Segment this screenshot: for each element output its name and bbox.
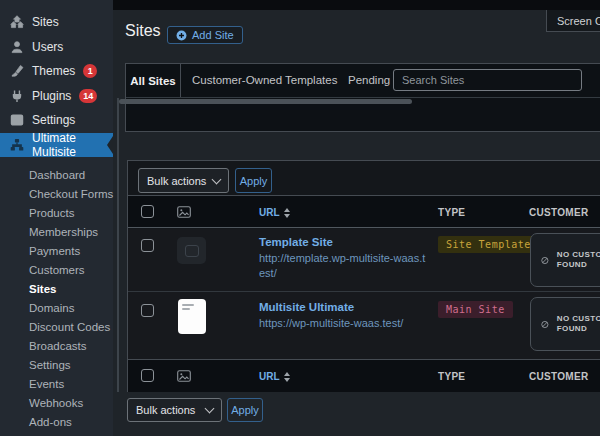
submenu-item-domains[interactable]: Domains (0, 299, 113, 318)
apply-button[interactable]: Apply (235, 168, 272, 193)
submenu-item-dashboard[interactable]: Dashboard (0, 166, 113, 185)
themes-update-badge: 1 (83, 64, 97, 78)
sidebar-item-settings[interactable]: Settings (0, 108, 113, 133)
table-row: Template Site http://template.wp-multisi… (128, 229, 600, 292)
apply-button[interactable]: Apply (227, 398, 263, 422)
multisite-icon (10, 15, 24, 29)
plug-icon (10, 89, 24, 103)
bulk-actions-label: Bulk actions (136, 404, 195, 416)
submenu-item-webhooks[interactable]: Webhooks (0, 394, 113, 413)
vertical-scrollbar[interactable] (117, 98, 119, 392)
add-site-button[interactable]: Add Site (167, 26, 243, 44)
tab-pending[interactable]: Pending (348, 64, 390, 97)
settings-icon (10, 113, 24, 127)
bulk-actions-select[interactable]: Bulk actions (127, 398, 222, 422)
select-all-checkbox[interactable] (141, 205, 154, 218)
sidebar-item-label: Plugins (32, 89, 71, 103)
sidebar-item-label: Themes (32, 64, 75, 78)
submenu-item-checkout-forms[interactable]: Checkout Forms (0, 185, 113, 204)
tab-all-sites[interactable]: All Sites (126, 64, 181, 97)
sidebar-item-plugins[interactable]: Plugins 14 (0, 84, 113, 109)
sidebar-submenu: Dashboard Checkout Forms Products Member… (0, 166, 113, 432)
site-name-link[interactable]: Template Site (259, 236, 333, 248)
tab-customer-owned[interactable]: Customer-Owned (192, 64, 282, 97)
no-customer-text: NO CUSTOMER FOUND (557, 250, 600, 271)
sidebar-item-label: Users (32, 40, 63, 54)
no-customer-box: NO CUSTOMER FOUND (530, 297, 600, 351)
current-menu-arrow (107, 136, 113, 154)
site-thumbnail[interactable] (177, 237, 206, 264)
submenu-item-products[interactable]: Products (0, 204, 113, 223)
sites-list-table: Bulk actions Apply URL TYPE CUSTOMER Tem… (127, 160, 600, 392)
site-type-badge: Site Template (438, 236, 539, 253)
add-site-label: Add Site (192, 29, 234, 41)
bulk-actions-select[interactable]: Bulk actions (138, 168, 229, 193)
tab-templates[interactable]: Templates (285, 64, 337, 97)
screen-options-button[interactable]: Screen Options (546, 10, 600, 32)
type-header-label: TYPE (438, 371, 465, 382)
url-sort-header[interactable]: URL (259, 207, 290, 218)
submenu-item-discount-codes[interactable]: Discount Codes (0, 318, 113, 337)
sidebar-item-label: Ultimate Multisite (32, 131, 113, 159)
select-all-checkbox[interactable] (141, 369, 154, 382)
admin-sidebar: Sites Users Themes 1 Plugins 14 (0, 0, 113, 436)
brush-icon (10, 64, 24, 78)
horizontal-scrollbar[interactable] (119, 99, 412, 104)
url-sort-header[interactable]: URL (259, 371, 290, 382)
url-header-label: URL (259, 371, 280, 382)
media-column-icon (177, 206, 191, 218)
network-icon (10, 138, 24, 152)
wordpress-admin-screen: Screen Options Sites Users Themes (0, 0, 600, 436)
sort-arrows-icon (284, 372, 290, 382)
users-icon (10, 40, 24, 54)
sidebar-item-ultimate-multisite[interactable]: Ultimate Multisite (0, 133, 113, 158)
submenu-item-broadcasts[interactable]: Broadcasts (0, 337, 113, 356)
plugins-update-badge: 14 (79, 89, 97, 103)
sidebar-item-sites[interactable]: Sites (0, 10, 113, 35)
no-entry-icon (541, 316, 549, 333)
media-column-icon (177, 370, 191, 382)
url-header-label: URL (259, 207, 280, 218)
customer-header-label: CUSTOMER (529, 371, 588, 382)
submenu-item-add-ons[interactable]: Add-ons (0, 413, 113, 432)
chevron-down-icon (205, 404, 215, 414)
sidebar-item-label: Settings (32, 113, 75, 127)
site-name-link[interactable]: Multisite Ultimate (259, 301, 354, 313)
table-row: Multisite Ultimate https://wp-multisite-… (128, 292, 600, 359)
page-title: Sites (125, 22, 161, 40)
sidebar-item-users[interactable]: Users (0, 35, 113, 60)
sort-arrows-icon (284, 208, 290, 218)
search-sites-input[interactable] (393, 69, 582, 91)
row-checkbox[interactable] (141, 239, 154, 252)
submenu-item-events[interactable]: Events (0, 375, 113, 394)
admin-bar (113, 0, 600, 10)
table-footer-row: URL TYPE CUSTOMER (128, 359, 600, 392)
bulk-actions-label: Bulk actions (147, 175, 206, 187)
row-checkbox[interactable] (141, 304, 154, 317)
submenu-item-payments[interactable]: Payments (0, 242, 113, 261)
type-header-label: TYPE (438, 207, 465, 218)
site-type-badge: Main Site (438, 301, 513, 318)
table-header-row: URL TYPE CUSTOMER (128, 195, 600, 228)
customer-header-label: CUSTOMER (529, 207, 588, 218)
chevron-down-icon (212, 174, 222, 184)
site-url-link[interactable]: http://template.wp-multisite-waas.test/ (259, 251, 427, 281)
submenu-item-settings[interactable]: Settings (0, 356, 113, 375)
site-url-link[interactable]: https://wp-multisite-waas.test/ (259, 316, 427, 331)
submenu-item-sites[interactable]: Sites (0, 280, 113, 299)
no-customer-box: NO CUSTOMER FOUND (530, 233, 600, 287)
submenu-item-customers[interactable]: Customers (0, 261, 113, 280)
sidebar-item-themes[interactable]: Themes 1 (0, 59, 113, 84)
sidebar-item-label: Sites (32, 15, 59, 29)
no-entry-icon (541, 252, 549, 269)
plus-circle-icon (176, 30, 187, 41)
no-customer-text: NO CUSTOMER FOUND (557, 314, 600, 335)
submenu-item-memberships[interactable]: Memberships (0, 223, 113, 242)
site-thumbnail[interactable] (178, 299, 206, 334)
